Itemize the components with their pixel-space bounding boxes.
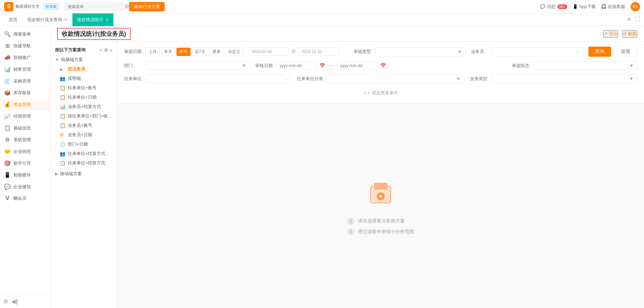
scheme-collapse-icon[interactable]: « — [110, 48, 112, 53]
sidebar-item-member[interactable]: V 畅会员 — [0, 193, 50, 204]
funds-icon: 💰 — [4, 101, 11, 108]
doc-status-select[interactable]: ▼ — [533, 61, 638, 70]
scheme-item-partner-account[interactable]: 📋 往来单位+账号 — [50, 83, 117, 93]
app-download-link[interactable]: 📱 App下载 — [573, 4, 596, 10]
tab-bank-flow[interactable]: 现金银行流水查询 ✕ — [22, 13, 72, 26]
set-button[interactable]: 设置 — [614, 46, 637, 57]
tab-bank-flow-close[interactable]: ✕ — [64, 17, 67, 22]
sidebar-item-operations[interactable]: 📈 经营管理 — [0, 110, 50, 122]
date-btn-custom[interactable]: 自定义 — [225, 48, 243, 56]
partner-account-icon: 📋 — [60, 85, 66, 91]
sidebar-item-basic-info[interactable]: 📋 基础信息 — [0, 122, 50, 134]
scheme-item-salesman-date[interactable]: ⚙ 业务员+日期 — [50, 130, 117, 140]
date-btn-this-month[interactable]: 本月 — [161, 48, 175, 56]
review-date-start[interactable] — [277, 62, 317, 70]
partner-settle-icon: 👥 — [60, 151, 66, 156]
scheme-panel-header: 按以下方案查询 + ⚙ « — [50, 45, 117, 55]
date-btn-more[interactable]: 更多 — [210, 48, 224, 56]
sidebar-item-guide[interactable]: 🎯 新手引导 — [0, 157, 50, 169]
cal-start-icon[interactable]: 📅 — [320, 63, 325, 68]
scheme-item-dept-date[interactable]: 🕐 部门+日期 — [50, 140, 117, 149]
scheme-item-salesman-settle[interactable]: 📊 业务员+结算方式 — [50, 102, 117, 111]
sidebar-item-marketing[interactable]: 📣 营销推广 — [0, 52, 50, 63]
sidebar-item-purchase[interactable]: 🛒 采购管理 — [0, 75, 50, 87]
query-button[interactable]: 查询 — [588, 47, 611, 57]
tab-home[interactable]: 首页 — [4, 13, 22, 26]
sidebar-item-enterprise[interactable]: 🤝 企业协同 — [0, 146, 50, 157]
inventory-icon: 📦 — [4, 90, 11, 96]
page-header: 收款情况统计(按业务员) ↗ 导出 ↺ 刷新 — [50, 26, 644, 42]
gear-icon[interactable]: ⚙ — [124, 3, 129, 10]
brand-name: 畅捷通好生意 — [15, 4, 40, 9]
tabs-close-icon[interactable]: ✕ — [627, 16, 631, 23]
sidebar-item-system[interactable]: ⚙ 系统管理 — [0, 134, 50, 146]
scheme-settings-icon[interactable]: ⚙ — [104, 48, 108, 53]
empty-illustration — [364, 176, 397, 211]
tabs-expand-icon[interactable]: ⛶ — [635, 16, 640, 23]
scheme-panel: 按以下方案查询 + ⚙ « — [50, 42, 117, 308]
refresh-button[interactable]: ↺ 刷新 — [622, 30, 637, 38]
search-menu-icon: 🔍 — [4, 31, 11, 37]
scheme-item-partner-settle[interactable]: 👥 往来单位+结算方式 — [50, 149, 117, 158]
sidebar-item-sales[interactable]: 📊 销售管理 — [0, 63, 50, 75]
main-content: 按以下方案查询 + ⚙ « — [50, 42, 644, 308]
online-service-link[interactable]: 🎧 在线客服 — [601, 4, 625, 10]
partner-category-select[interactable]: ▼ — [326, 74, 464, 83]
cal-end-icon[interactable]: 📅 — [380, 63, 386, 68]
member-icon: V — [4, 195, 11, 201]
sidebar-item-inventory[interactable]: 📦 库存核算 — [0, 87, 50, 99]
sidebar-item-search-menu[interactable]: 🔍 搜索菜单 — [0, 28, 50, 40]
review-date-end[interactable] — [337, 62, 378, 70]
sidebar-item-funds[interactable]: 💰 资金管理 — [0, 99, 50, 110]
doc-type-select[interactable]: ▼ — [375, 47, 466, 56]
salesman-select[interactable]: ··· — [492, 47, 583, 56]
date-quick-buttons: 上月 本月 本年 近7天 更多 自定义 — [146, 48, 243, 56]
dept-select[interactable]: ▼ — [146, 61, 250, 70]
settings-bottom-icon[interactable]: ⚙ — [3, 298, 8, 305]
messages-link[interactable]: 💬 消息 99+ — [540, 4, 567, 10]
collapse-chevron-icon: ∧∧ — [363, 90, 371, 95]
sidebar-item-enterprise-wechat[interactable]: 💬 企业微信 — [0, 181, 50, 193]
sidebar-item-smart-hardware[interactable]: 📱 智能硬件 — [0, 169, 50, 181]
filter-panel: 单据日期 上月 本月 本年 近7天 更多 自定义 — [117, 42, 644, 104]
review-date-sep: — — [328, 63, 335, 68]
partner-dept-icon: 📋 — [60, 113, 66, 119]
partner-input[interactable]: ··· — [146, 74, 291, 83]
date-btn-7days[interactable]: 近7天 — [192, 48, 208, 56]
scheme-header-icons: + ⚙ « — [99, 48, 112, 53]
scheme-add-icon[interactable]: + — [99, 48, 102, 53]
empty-tips: 1 请先选择要分析的方案 2 用过滤条件来缩小分析范围 — [347, 217, 414, 236]
tip-num-2: 2 — [347, 228, 355, 236]
scheme-item-partner-dept[interactable]: 📋 按往来单位+部门+收... — [50, 111, 117, 121]
user-avatar[interactable]: Rit — [631, 2, 640, 11]
date-btn-last-month[interactable]: 上月 — [146, 48, 160, 56]
sales-icon: 📊 — [4, 66, 11, 72]
business-type-select[interactable]: ▼ — [491, 74, 637, 83]
date-end-input[interactable] — [299, 48, 339, 56]
salesman-icon: ● — [60, 66, 66, 72]
filter-row-2: 部门 ▼ 审核日期 📅 — 📅 — [124, 61, 637, 70]
business-type-dropdown-icon: ▼ — [629, 76, 634, 81]
collapse-sidebar-icon[interactable]: ◀‖ — [11, 298, 18, 305]
scheme-group-mobile-title[interactable]: ▶ 移动端方案 — [50, 169, 117, 178]
scheme-item-salesman-account[interactable]: 📋 业务员+账号 — [50, 121, 117, 130]
date-start-input[interactable] — [249, 48, 289, 56]
tabs-bar-right: ✕ ⛶ — [627, 16, 640, 23]
empty-state: 1 请先选择要分析的方案 2 用过滤条件来缩小分析范围 — [117, 104, 644, 308]
scheme-group-desktop-title[interactable]: ▼ 电脑端方案 — [50, 55, 117, 64]
page-title: 收款情况统计(按业务员) — [57, 28, 131, 40]
scheme-item-by-salesman[interactable]: ● 按业务员 — [50, 64, 117, 74]
salesman-date-icon: ⚙ — [60, 132, 66, 138]
scheme-item-partner-date[interactable]: 📋 往来单位+日期 — [50, 93, 117, 102]
trial-button[interactable]: 体验行业方案 — [129, 2, 165, 11]
tab-collection-stat-close[interactable]: ✕ — [105, 17, 109, 22]
filter-dept-item: 部门 ▼ — [124, 61, 250, 70]
date-btn-this-year[interactable]: 本年 — [176, 48, 191, 56]
collapse-button[interactable]: ∧∧ 收起更多条件 — [124, 87, 637, 99]
top-search-input[interactable] — [64, 3, 124, 11]
export-button[interactable]: ↗ 导出 — [603, 30, 618, 38]
sidebar-item-quick-nav[interactable]: ⊞ 快捷导航 — [0, 40, 50, 52]
tab-collection-stat[interactable]: 收款情况统计 ✕ — [72, 13, 114, 26]
scheme-item-by-detail[interactable]: 👥 按明细 — [50, 74, 117, 83]
scheme-item-partner-settle2[interactable]: 📋 往来单位+结算方式 — [50, 158, 117, 168]
